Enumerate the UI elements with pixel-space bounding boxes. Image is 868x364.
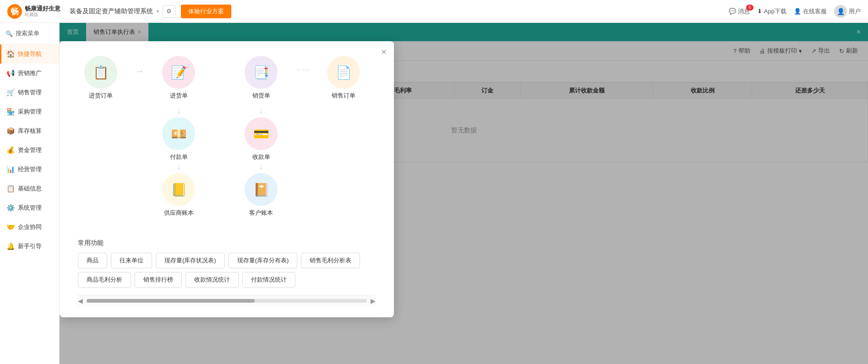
function-btn-商品毛利分析[interactable]: 商品毛利分析 <box>78 272 131 288</box>
logo-text: 畅康通好生意 旺藏版 <box>25 5 60 18</box>
search-label: 搜索菜单 <box>16 29 39 38</box>
user-avatar: 👤 <box>834 5 847 18</box>
system-icon: ⚙️ <box>7 204 14 212</box>
inventory-icon: 📦 <box>7 127 14 135</box>
sidebar-item-purchase[interactable]: 🏪采购管理 <box>0 102 59 121</box>
sidebar-search: 🔍 搜索菜单 <box>0 23 59 44</box>
scroll-right-button[interactable]: ▶ <box>371 297 376 304</box>
enterprise-icon: 🤝 <box>7 223 14 231</box>
experience-button[interactable]: 体验行业方案 <box>181 5 231 18</box>
marketing-label: 营销推广 <box>18 69 42 77</box>
main-area: 🔍 搜索菜单 🏠快捷导航📢营销推广🛒销售管理🏪采购管理📦库存核算💰资金管理📊经营… <box>0 23 868 364</box>
sale-bill-icon: 📑 <box>245 56 278 89</box>
basic-icon: 📋 <box>7 185 14 192</box>
flow-modal: × 📋 进货订单 → <box>60 41 394 317</box>
scroll-track[interactable] <box>87 299 367 303</box>
dropdown-icon[interactable]: ▾ <box>157 9 159 14</box>
sidebar-item-inventory[interactable]: 📦库存核算 <box>0 121 59 141</box>
sidebar-item-system[interactable]: ⚙️系统管理 <box>0 198 59 217</box>
gear-button[interactable]: ⚙ <box>163 5 175 18</box>
logo-area: 畅 畅康通好生意 旺藏版 <box>7 4 60 19</box>
modal-overlay: × 📋 进货订单 → <box>60 23 868 364</box>
top-bar: 畅 畅康通好生意 旺藏版 装备及固定资产辅助管理系统 ▾ ⚙ 体验行业方案 💬 … <box>0 0 868 23</box>
logo-sub: 旺藏版 <box>25 12 60 17</box>
message-badge: 6 <box>746 5 753 11</box>
logo-icon: 畅 <box>7 4 22 19</box>
purchase-bill-icon: 📝 <box>162 56 195 89</box>
sidebar-item-enterprise[interactable]: 🤝企业协同 <box>0 217 59 237</box>
user-name: 用户 <box>849 7 861 16</box>
function-btn-现存量(库存分布表)[interactable]: 现存量(库存分布表) <box>229 253 298 268</box>
common-functions: 常用功能 商品往来单位现存量(库存状况表)现存量(库存分布表)销售毛利分析表商品… <box>78 239 376 288</box>
quick-nav-icon: 🏠 <box>7 50 14 58</box>
flow-supplier-account: 📒 供应商账本 <box>156 173 202 217</box>
inventory-label: 库存核算 <box>18 127 42 135</box>
finance-label: 资金管理 <box>18 146 42 154</box>
scroll-hint: ◀ ▶ <box>78 295 376 306</box>
function-btn-收款情况统计[interactable]: 收款情况统计 <box>186 272 239 288</box>
purchase-order-label: 进货订单 <box>89 92 113 100</box>
customer-account-icon: 📔 <box>245 173 278 206</box>
newbie-label: 新手引导 <box>18 242 42 250</box>
function-btn-商品[interactable]: 商品 <box>78 253 107 268</box>
online-service-label: 在线客服 <box>803 7 827 16</box>
sale-order-icon: 📄 <box>327 56 360 89</box>
function-btn-销售排行榜[interactable]: 销售排行榜 <box>135 272 182 288</box>
sidebar-item-finance[interactable]: 💰资金管理 <box>0 141 59 160</box>
sidebar-item-marketing[interactable]: 📢营销推广 <box>0 64 59 83</box>
sidebar-item-quick-nav[interactable]: 🏠快捷导航 <box>0 44 59 64</box>
payment-icon: 💴 <box>162 117 195 150</box>
supplier-account-icon: 📒 <box>162 173 195 206</box>
app-wrapper: 畅 畅康通好生意 旺藏版 装备及固定资产辅助管理系统 ▾ ⚙ 体验行业方案 💬 … <box>0 0 868 364</box>
function-btns: 商品往来单位现存量(库存状况表)现存量(库存分布表)销售毛利分析表商品毛利分析销… <box>78 253 376 288</box>
sale-bill-label: 销货单 <box>252 92 270 100</box>
system-label: 系统管理 <box>18 204 42 212</box>
purchase-order-icon: 📋 <box>84 56 117 89</box>
newbie-icon: 🔔 <box>7 243 14 250</box>
sales-label: 销售管理 <box>18 88 42 97</box>
function-btn-销售毛利分析表[interactable]: 销售毛利分析表 <box>301 253 360 268</box>
app-download-button[interactable]: ⬇ App下载 <box>757 7 786 16</box>
sidebar-item-newbie[interactable]: 🔔新手引导 <box>0 237 59 256</box>
online-service-button[interactable]: 👤 在线客服 <box>794 7 827 16</box>
sidebar: 🔍 搜索菜单 🏠快捷导航📢营销推广🛒销售管理🏪采购管理📦库存核算💰资金管理📊经营… <box>0 23 60 364</box>
logo-main: 畅康通好生意 <box>25 5 60 12</box>
function-btn-往来单位[interactable]: 往来单位 <box>111 253 152 268</box>
enterprise-label: 企业协同 <box>18 223 42 231</box>
sale-order-label: 销售订单 <box>332 92 355 100</box>
download-icon: ⬇ <box>757 8 762 15</box>
flow-container: 📋 进货订单 → 📝 进货单 <box>78 56 376 232</box>
sidebar-items: 🏠快捷导航📢营销推广🛒销售管理🏪采购管理📦库存核算💰资金管理📊经营管理📋基础信息… <box>0 44 59 256</box>
system-title: 装备及固定资产辅助管理系统 ▾ <box>70 7 159 16</box>
receipt-icon: 💳 <box>245 117 278 150</box>
customer-account-label: 客户账本 <box>249 209 273 217</box>
sidebar-item-sales[interactable]: 🛒销售管理 <box>0 83 59 102</box>
function-btn-现存量(库存状况表)[interactable]: 现存量(库存状况表) <box>156 253 225 268</box>
content-area: 首页 销售订单执行表 × × ? 帮助 🖨 按模板打印 <box>60 23 868 364</box>
function-btn-付款情况统计[interactable]: 付款情况统计 <box>242 272 295 288</box>
quick-nav-label: 快捷导航 <box>18 50 42 58</box>
message-icon: 💬 <box>729 8 736 15</box>
receipt-label: 收款单 <box>252 153 270 161</box>
sidebar-search-button[interactable]: 🔍 搜索菜单 <box>4 27 55 39</box>
supplier-account-label: 供应商账本 <box>164 209 194 217</box>
user-menu[interactable]: 👤 用户 <box>834 5 861 18</box>
scroll-left-button[interactable]: ◀ <box>78 297 83 304</box>
basic-label: 基础信息 <box>18 185 42 193</box>
purchase-bill-label: 进货单 <box>170 92 188 100</box>
payment-label: 付款单 <box>170 153 188 161</box>
marketing-icon: 📢 <box>7 70 14 77</box>
sidebar-item-operation[interactable]: 📊经营管理 <box>0 160 59 179</box>
sidebar-item-basic[interactable]: 📋基础信息 <box>0 179 59 198</box>
flow-receipt: 💳 收款单 <box>238 117 284 161</box>
message-button[interactable]: 💬 消息 6 <box>729 7 750 16</box>
flow-customer-account: 📔 客户账本 <box>238 173 284 217</box>
service-icon: 👤 <box>794 8 801 15</box>
modal-close-button[interactable]: × <box>381 47 387 57</box>
finance-icon: 💰 <box>7 147 14 154</box>
flow-payment: 💴 付款单 <box>156 117 202 161</box>
flow-sale-order: 📄 销售订单 <box>321 56 366 100</box>
app-download-label: App下载 <box>764 7 786 16</box>
system-title-text: 装备及固定资产辅助管理系统 <box>70 7 153 16</box>
purchase-label: 采购管理 <box>18 108 42 116</box>
